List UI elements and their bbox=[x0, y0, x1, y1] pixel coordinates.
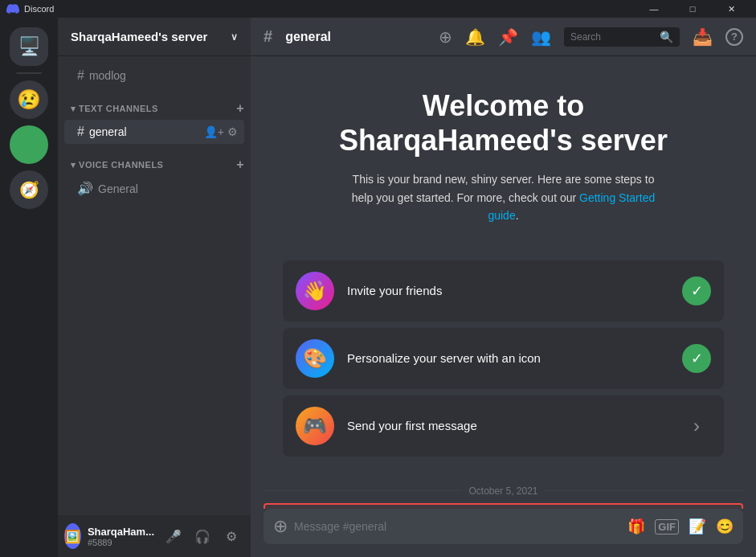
add-member-icon[interactable]: 👤+ bbox=[204, 125, 224, 138]
server-header[interactable]: SharqaHameed's server ∨ bbox=[58, 18, 251, 56]
search-icon: 🔍 bbox=[660, 31, 673, 43]
user-area: 🖼️ SharqaHam... #5889 🎤 🎧 ⚙ bbox=[58, 515, 251, 557]
chevron-down-icon: ∨ bbox=[231, 31, 238, 43]
titlebar-controls: — □ ✕ bbox=[635, 0, 750, 18]
channel-item-voice-general[interactable]: 🔊 General bbox=[64, 176, 244, 201]
compass-icon: 🧭 bbox=[19, 180, 39, 199]
settings-button[interactable]: ⚙ bbox=[219, 523, 244, 549]
gift-icon[interactable]: 🎁 bbox=[627, 518, 645, 535]
voice-channel-name: General bbox=[98, 182, 138, 195]
add-icon: + bbox=[23, 133, 35, 156]
message-arrow-icon: › bbox=[682, 412, 711, 440]
explore-servers-button[interactable]: 🧭 bbox=[10, 170, 48, 209]
members-icon[interactable]: 👥 bbox=[531, 27, 551, 47]
welcome-title: Welcome toSharqaHameed's server bbox=[299, 88, 708, 158]
threads-icon[interactable]: ⊕ bbox=[439, 27, 452, 47]
speaker-icon: 🔊 bbox=[77, 181, 93, 196]
message-emoji: 🎮 bbox=[303, 415, 327, 437]
search-box[interactable]: 🔍 bbox=[564, 27, 680, 47]
titlebar: Discord — □ ✕ bbox=[0, 0, 756, 18]
category-voice-label: ▾ VOICE CHANNELS bbox=[71, 160, 163, 170]
category-voice-channels[interactable]: ▾ VOICE CHANNELS + bbox=[58, 145, 251, 175]
messages-area: Welcome toSharqaHameed's server This is … bbox=[251, 56, 756, 509]
message-card-text: Send your first message bbox=[347, 419, 669, 432]
channel-list: # modlog ▾ TEXT CHANNELS + # general 👤+ … bbox=[58, 56, 251, 515]
category-label: ▾ TEXT CHANNELS bbox=[71, 104, 158, 114]
hash-icon: # bbox=[77, 68, 84, 83]
channel-item-modlog[interactable]: # modlog bbox=[64, 63, 244, 88]
sticker-icon[interactable]: 📝 bbox=[689, 518, 706, 535]
welcome-subtitle: This is your brand new, shiny server. He… bbox=[351, 170, 656, 224]
inbox-icon[interactable]: 📥 bbox=[693, 27, 713, 47]
add-server-button[interactable]: + bbox=[10, 125, 48, 164]
user-name: SharqaHam... bbox=[88, 526, 154, 538]
server-icon-2[interactable]: 😢 bbox=[10, 80, 48, 119]
server-sidebar: 🖥️ 😢 + 🧭 bbox=[0, 18, 58, 557]
channel-sidebar: SharqaHameed's server ∨ # modlog ▾ TEXT … bbox=[58, 18, 251, 557]
channel-hash-icon: # bbox=[264, 27, 272, 46]
invite-emoji: 👋 bbox=[303, 280, 327, 302]
avatar-emoji: 🖼️ bbox=[64, 529, 80, 544]
personalize-check-icon: ✓ bbox=[682, 344, 711, 373]
onboarding-card-message[interactable]: 🎮 Send your first message › bbox=[283, 395, 724, 457]
app-body: 🖥️ 😢 + 🧭 SharqaHameed's server ∨ # modlo… bbox=[0, 18, 756, 557]
gif-icon[interactable]: GIF bbox=[655, 519, 679, 534]
channel-actions: 👤+ ⚙ bbox=[204, 125, 238, 138]
add-attachment-button[interactable]: ⊕ bbox=[273, 516, 288, 537]
personalize-card-text: Personalize your server with an icon bbox=[347, 351, 669, 365]
personalize-emoji: 🎨 bbox=[303, 347, 327, 370]
pinned-icon[interactable]: 📌 bbox=[498, 27, 518, 47]
titlebar-title: Discord bbox=[24, 4, 54, 14]
server-divider bbox=[16, 72, 42, 74]
message-input-box: ⊕ 🎁 GIF 📝 😊 bbox=[264, 509, 743, 544]
category-text-channels[interactable]: ▾ TEXT CHANNELS + bbox=[58, 88, 251, 119]
onboarding-cards: 👋 Invite your friends ✓ 🎨 Personalize yo… bbox=[251, 260, 756, 473]
onboarding-card-invite[interactable]: 👋 Invite your friends ✓ bbox=[283, 260, 724, 322]
hash-icon-general: # bbox=[77, 125, 84, 139]
close-button[interactable]: ✕ bbox=[713, 0, 750, 18]
help-icon[interactable]: ? bbox=[725, 28, 743, 46]
input-actions: 🎁 GIF 📝 😊 bbox=[627, 518, 734, 535]
invite-check-icon: ✓ bbox=[682, 276, 711, 305]
personalize-card-icon: 🎨 bbox=[296, 339, 334, 378]
search-input[interactable] bbox=[570, 31, 656, 43]
header-actions: ⊕ 🔔 📌 👥 🔍 📥 ? bbox=[439, 27, 743, 47]
message-card-icon: 🎮 bbox=[296, 407, 334, 445]
invite-card-text: Invite your friends bbox=[347, 284, 669, 297]
user-info: SharqaHam... #5889 bbox=[88, 526, 154, 547]
main-content: # general ⊕ 🔔 📌 👥 🔍 📥 ? Welcome toShar bbox=[251, 18, 756, 557]
channel-name-modlog: modlog bbox=[89, 69, 126, 82]
notifications-icon[interactable]: 🔔 bbox=[465, 27, 485, 47]
server-emoji-2: 😢 bbox=[17, 88, 41, 111]
invite-card-icon: 👋 bbox=[296, 272, 334, 310]
channel-header-name: general bbox=[285, 30, 331, 44]
date-divider: October 5, 2021 bbox=[251, 473, 756, 503]
server-icon-sharqa[interactable]: 🖥️ bbox=[10, 27, 48, 66]
welcome-message-highlight: → Welcome, Panda667. We hope you brought… bbox=[264, 503, 743, 509]
welcome-section: Welcome toSharqaHameed's server This is … bbox=[251, 56, 756, 260]
add-voice-channel-icon[interactable]: + bbox=[236, 158, 244, 172]
headset-button[interactable]: 🎧 bbox=[190, 523, 215, 549]
emoji-icon[interactable]: 😊 bbox=[716, 518, 734, 535]
server-name: SharqaHameed's server bbox=[71, 30, 207, 43]
server-avatar-emoji: 🖥️ bbox=[18, 36, 40, 57]
channel-name-general: general bbox=[89, 125, 127, 138]
add-channel-icon[interactable]: + bbox=[236, 101, 244, 116]
user-discriminator: #5889 bbox=[88, 538, 154, 547]
discord-logo-icon bbox=[6, 2, 19, 15]
message-text-input[interactable] bbox=[294, 510, 621, 543]
channel-item-general[interactable]: # general 👤+ ⚙ bbox=[64, 120, 244, 144]
titlebar-left: Discord bbox=[6, 2, 54, 15]
settings-icon[interactable]: ⚙ bbox=[227, 125, 238, 138]
minimize-button[interactable]: — bbox=[635, 0, 672, 18]
user-controls: 🎤 🎧 ⚙ bbox=[161, 523, 244, 549]
message-input-area: ⊕ 🎁 GIF 📝 😊 bbox=[251, 509, 756, 557]
channel-header: # general ⊕ 🔔 📌 👥 🔍 📥 ? bbox=[251, 18, 756, 56]
maximize-button[interactable]: □ bbox=[674, 0, 711, 18]
microphone-button[interactable]: 🎤 bbox=[161, 523, 186, 549]
onboarding-card-personalize[interactable]: 🎨 Personalize your server with an icon ✓ bbox=[283, 328, 724, 389]
user-avatar[interactable]: 🖼️ bbox=[64, 523, 81, 549]
